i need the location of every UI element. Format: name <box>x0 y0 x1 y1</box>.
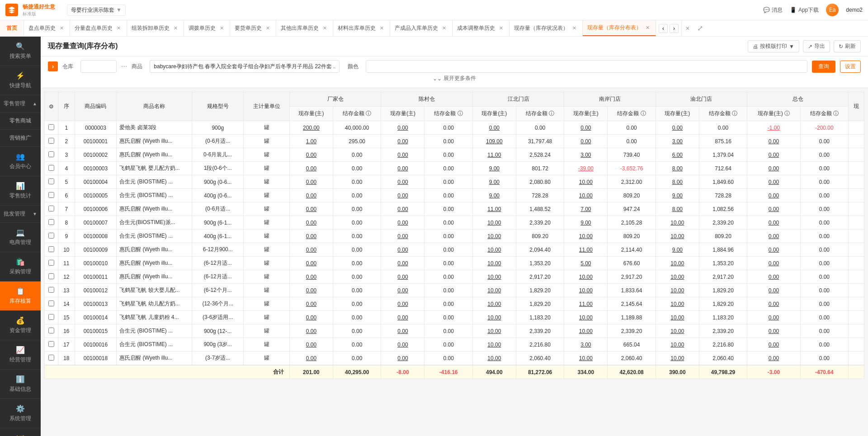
cell-total-stock[interactable]: 0.00 <box>747 230 800 243</box>
sidebar-item-marketing[interactable]: 营销推广 <box>0 130 41 147</box>
cell-checkbox[interactable] <box>45 230 58 243</box>
cell-nanan-stock[interactable]: 10.00 <box>564 175 608 189</box>
cell-factory-stock[interactable]: 0.00 <box>289 284 333 297</box>
tab-diaob-close[interactable]: ✕ <box>218 25 225 32</box>
tab-zuchai-close[interactable]: ✕ <box>172 25 179 32</box>
cell-factory-stock[interactable]: 0.00 <box>289 311 333 324</box>
cell-jiangbei-stock[interactable]: 10.00 <box>472 284 516 297</box>
cell-yuebei-stock[interactable]: 8.00 <box>656 175 699 189</box>
sidebar-item-finance[interactable]: 💰 资金管理 <box>0 311 41 340</box>
cell-jiangbei-stock[interactable]: 11.00 <box>472 148 516 162</box>
cell-total-stock[interactable]: 0.00 <box>747 352 800 366</box>
sidebar-item-retailstat[interactable]: 📊 零售统计 <box>0 176 41 206</box>
cell-nanan-stock[interactable]: 0.00 <box>564 121 608 135</box>
cell-chenbu-stock[interactable]: 0.00 <box>381 202 425 216</box>
cell-total-stock[interactable]: 0.00 <box>747 189 800 202</box>
cell-factory-stock[interactable]: 0.00 <box>289 338 333 352</box>
cell-jiangbei-stock[interactable]: 0.00 <box>472 121 516 135</box>
cell-chenbu-stock[interactable]: 0.00 <box>381 311 425 324</box>
cell-factory-stock[interactable]: 0.00 <box>289 175 333 189</box>
cell-nanan-stock[interactable]: 3.00 <box>564 148 608 162</box>
cell-chenbu-stock[interactable]: 0.00 <box>381 121 425 135</box>
refresh-btn[interactable]: ↻ 刷新 <box>834 40 861 52</box>
cell-jiangbei-stock[interactable]: 10.00 <box>472 352 516 366</box>
tab-yaohuo-close[interactable]: ✕ <box>264 25 271 32</box>
cell-yuebei-stock[interactable]: 3.00 <box>656 135 699 148</box>
cell-total-stock[interactable]: 0.00 <box>747 284 800 297</box>
cell-total-stock[interactable]: 0.00 <box>747 257 800 270</box>
cell-nanan-stock[interactable]: 0.00 <box>564 135 608 148</box>
tab-diaob[interactable]: 调拨单历史 ✕ <box>184 20 230 36</box>
user-avatar[interactable]: Ea <box>826 4 839 16</box>
cell-factory-stock[interactable]: 0.00 <box>289 162 333 175</box>
tab-qita[interactable]: 其他出库单历史 ✕ <box>276 20 333 36</box>
cell-checkbox[interactable] <box>45 270 58 284</box>
tab-fenpandian-close[interactable]: ✕ <box>115 25 122 32</box>
tab-status[interactable]: 现存量（库存状况表） ✕ <box>509 20 583 36</box>
cell-jiangbei-stock[interactable]: 9.00 <box>472 162 516 175</box>
print-btn[interactable]: 🖨 按模版打印 ▼ <box>748 40 799 52</box>
cell-jiangbei-stock[interactable]: 10.00 <box>472 216 516 230</box>
cell-nanan-stock[interactable]: 11.00 <box>564 243 608 257</box>
cell-nanan-stock[interactable]: 10.00 <box>564 324 608 338</box>
tab-fenpandian[interactable]: 分量盘点单历史 ✕ <box>70 20 127 36</box>
cell-checkbox[interactable] <box>45 324 58 338</box>
tab-status-close[interactable]: ✕ <box>571 25 578 32</box>
cell-chenbu-stock[interactable]: 0.00 <box>381 338 425 352</box>
sidebar-item-ecommerce[interactable]: 💻 电商管理 <box>0 223 41 252</box>
cell-nanan-stock[interactable]: 10.00 <box>564 311 608 324</box>
sidebar-item-retail[interactable]: 零售管理 ▲ <box>0 95 41 113</box>
sidebar-item-base[interactable]: ℹ️ 基础信息 <box>0 370 41 399</box>
tab-pandian[interactable]: 盘点单历史 ✕ <box>24 20 70 36</box>
cell-nanan-stock[interactable]: 5.00 <box>564 257 608 270</box>
warehouse-input[interactable] <box>80 60 117 73</box>
cell-yuebei-stock[interactable]: 10.00 <box>656 216 699 230</box>
cell-jiangbei-stock[interactable]: 11.00 <box>472 202 516 216</box>
cell-checkbox[interactable] <box>45 338 58 352</box>
sidebar-item-quicknav[interactable]: ⚡ 快捷导航 <box>0 66 41 95</box>
cell-factory-stock[interactable]: 0.00 <box>289 243 333 257</box>
cell-jiangbei-stock[interactable]: 10.00 <box>472 297 516 311</box>
cell-chenbu-stock[interactable]: 0.00 <box>381 162 425 175</box>
cell-yuebei-stock[interactable]: 8.00 <box>656 162 699 175</box>
cell-jiangbei-stock[interactable]: 9.00 <box>472 175 516 189</box>
cell-yuebei-stock[interactable]: 10.00 <box>656 284 699 297</box>
username[interactable]: demo2 <box>846 7 863 13</box>
cell-total-stock[interactable]: 0.00 <box>747 243 800 257</box>
cell-total-stock[interactable]: 0.00 <box>747 202 800 216</box>
sidebar-item-member[interactable]: 👥 会员中心 <box>0 147 41 176</box>
tab-pandian-close[interactable]: ✕ <box>58 25 65 32</box>
cell-nanan-stock[interactable]: -39.00 <box>564 162 608 175</box>
message-btn[interactable]: 💬 消息 <box>763 6 783 14</box>
cell-nanan-stock[interactable]: 10.00 <box>564 230 608 243</box>
cell-chenbu-stock[interactable]: 0.00 <box>381 230 425 243</box>
cell-jiangbei-stock[interactable]: 10.00 <box>472 270 516 284</box>
cell-chenbu-stock[interactable]: 0.00 <box>381 216 425 230</box>
tab-cailiao-close[interactable]: ✕ <box>378 25 385 32</box>
tab-qita-close[interactable]: ✕ <box>321 25 328 32</box>
cell-total-stock[interactable]: 0.00 <box>747 216 800 230</box>
sidebar-item-system[interactable]: ⚙️ 系统管理 <box>0 399 41 428</box>
cell-total-stock[interactable]: 0.00 <box>747 324 800 338</box>
filter-expand-more[interactable]: ⌄⌄ 展开更多条件 <box>48 73 861 84</box>
cell-jiangbei-stock[interactable]: 10.00 <box>472 324 516 338</box>
cell-nanan-stock[interactable]: 9.00 <box>564 216 608 230</box>
sidebar-item-inventory[interactable]: 📋 库存核算 <box>0 281 41 311</box>
cell-yuebei-stock[interactable]: 10.00 <box>656 270 699 284</box>
sidebar-item-purchase[interactable]: 🛍️ 采购管理 <box>0 252 41 281</box>
cell-checkbox[interactable] <box>45 284 58 297</box>
cell-jiangbei-stock[interactable]: 10.00 <box>472 338 516 352</box>
cell-factory-stock[interactable]: 0.00 <box>289 189 333 202</box>
cell-chenbu-stock[interactable]: 0.00 <box>381 352 425 366</box>
tenant-selector[interactable]: 母婴行业演示陈套 ▼ <box>67 5 126 16</box>
cell-total-stock[interactable]: 0.00 <box>747 135 800 148</box>
tab-close-all-btn[interactable]: ✕ <box>682 20 693 36</box>
tab-next-btn[interactable]: › <box>670 24 679 33</box>
cell-chenbu-stock[interactable]: 0.00 <box>381 189 425 202</box>
tab-dist-close[interactable]: ✕ <box>644 24 651 31</box>
cell-chenbu-stock[interactable]: 0.00 <box>381 243 425 257</box>
tab-yaohuo[interactable]: 要货单历史 ✕ <box>230 20 276 36</box>
cell-factory-stock[interactable]: 0.00 <box>289 297 333 311</box>
cell-yuebei-stock[interactable]: 10.00 <box>656 230 699 243</box>
cell-nanan-stock[interactable]: 10.00 <box>564 352 608 366</box>
